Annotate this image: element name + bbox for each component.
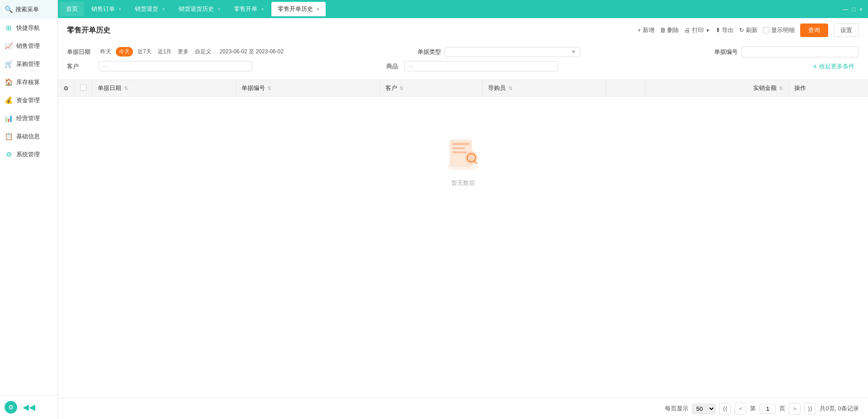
customer-select[interactable]: ··· xyxy=(99,61,252,71)
product-filter-label: 商品 xyxy=(386,62,404,71)
tab-retail-open[interactable]: 零售开单 × xyxy=(228,2,270,16)
add-button[interactable]: + 新增 xyxy=(637,26,654,34)
print-dropdown-icon[interactable]: ▼ xyxy=(706,28,710,33)
table-area: ⚙ 单据日期 ⇅ 单据编号 ⇅ 客户 ⇅ xyxy=(58,80,868,398)
date-opt-last-month[interactable]: 近1月 xyxy=(156,47,174,56)
date-opt-yesterday[interactable]: 昨天 xyxy=(99,47,113,56)
th-amount[interactable]: 实销金额 ⇅ xyxy=(645,80,789,97)
show-detail-checkbox[interactable] xyxy=(763,27,769,33)
tab-sales-return[interactable]: 销货退货 × xyxy=(128,2,171,16)
date-opt-last7[interactable]: 近7天 xyxy=(136,47,153,56)
tab-sales-return-history-close[interactable]: × xyxy=(218,6,220,12)
tab-sales-order-close[interactable]: × xyxy=(119,6,121,12)
prev-page-button[interactable]: ＜ xyxy=(735,403,746,414)
tab-close-window-button[interactable]: × xyxy=(859,6,863,13)
refresh-button[interactable]: ↻ 刷新 xyxy=(739,26,758,34)
sidebar-collapse-button[interactable]: ◀◀ xyxy=(23,402,35,412)
tab-sales-order[interactable]: 销售订单 × xyxy=(85,2,128,16)
th-checkbox[interactable] xyxy=(75,80,92,97)
tab-retail-open-close[interactable]: × xyxy=(261,6,264,12)
tab-maximize-button[interactable]: □ xyxy=(852,6,856,13)
tab-retail-open-history[interactable]: 零售开单历史 × xyxy=(271,2,326,16)
data-table: ⚙ 单据日期 ⇅ 单据编号 ⇅ 客户 ⇅ xyxy=(58,80,868,97)
page-unit-label: 第 xyxy=(750,405,756,413)
sidebar: 🔍 搜索采单 ⊞ 快捷导航 📈 销售管理 🛒 采购管理 🏠 库存核算 💰 资金管… xyxy=(0,0,58,419)
first-page-button[interactable]: ⟨⟨ xyxy=(719,403,731,414)
sidebar-item-sales-mgmt[interactable]: 📈 销售管理 xyxy=(0,37,57,55)
query-button[interactable]: 查询 xyxy=(800,24,828,37)
settings-gear-button[interactable]: ⚙ xyxy=(5,401,17,414)
customer-filter-label: 客户 xyxy=(67,62,99,71)
th-date[interactable]: 单据日期 ⇅ xyxy=(92,80,236,97)
sidebar-item-label: 系统管理 xyxy=(16,151,40,159)
tab-sales-order-label: 销售订单 xyxy=(91,5,115,13)
th-salesperson[interactable]: 导购员 ⇅ xyxy=(483,80,606,97)
empty-text: 暂无数据 xyxy=(451,179,475,187)
collapse-filter-button[interactable]: ∧ 收起更多条件 xyxy=(808,61,859,71)
doc-type-filter-label: 单据类型 xyxy=(417,48,445,56)
sidebar-item-system-mgmt[interactable]: ⚙ 系统管理 xyxy=(0,146,57,164)
customer-value: ··· xyxy=(103,63,248,70)
product-select[interactable]: ··· xyxy=(404,61,558,71)
empty-state: 暂无数据 xyxy=(58,97,868,223)
last-page-button[interactable]: ⟩⟩ xyxy=(804,403,816,414)
pagination: 每页显示 10 20 50 100 ⟨⟨ ＜ 第 页 ＞ ⟩⟩ 共0页, 0条记… xyxy=(58,398,868,419)
next-page-button[interactable]: ＞ xyxy=(789,403,801,414)
purchase-icon: 🛒 xyxy=(5,60,13,68)
table-settings-icon[interactable]: ⚙ xyxy=(63,85,69,92)
filter-area: 单据日期 昨天 今天 近7天 近1月 更多 自定义 2023-06-02 至 2… xyxy=(67,42,859,80)
show-detail-checkbox-wrap[interactable]: 显示明细 xyxy=(763,26,795,34)
collapse-arrow-icon: ∧ xyxy=(813,63,817,70)
date-opt-today[interactable]: 今天 xyxy=(116,47,133,56)
doc-no-input[interactable] xyxy=(741,46,859,57)
sidebar-search[interactable]: 🔍 搜索采单 xyxy=(0,0,57,19)
salesperson-sort-icon: ⇅ xyxy=(508,85,512,91)
date-range-display: 2023-06-02 至 2023-06-02 xyxy=(219,48,283,56)
ops-icon: 📊 xyxy=(5,114,13,122)
date-opt-more[interactable]: 更多 xyxy=(176,47,190,56)
sidebar-item-inventory-mgmt[interactable]: 🏠 库存核算 xyxy=(0,73,57,91)
per-page-select[interactable]: 10 20 50 100 xyxy=(692,404,716,414)
sidebar-item-label: 采购管理 xyxy=(16,60,40,68)
tab-home-label: 首页 xyxy=(66,5,78,13)
tab-retail-open-history-close[interactable]: × xyxy=(317,6,319,12)
search-icon: 🔍 xyxy=(5,5,13,14)
tab-sales-return-close[interactable]: × xyxy=(162,6,165,12)
sidebar-item-ops-mgmt[interactable]: 📊 经营管理 xyxy=(0,109,57,127)
page-number-input[interactable] xyxy=(759,404,776,414)
th-customer[interactable]: 客户 ⇅ xyxy=(379,80,483,97)
print-button[interactable]: 🖨 打印 ▼ xyxy=(684,26,710,34)
sidebar-item-quick-nav[interactable]: ⊞ 快捷导航 xyxy=(0,19,57,37)
date-opt-custom[interactable]: 自定义 xyxy=(193,47,213,56)
print-button-label: 🖨 打印 xyxy=(684,26,704,34)
select-all-checkbox[interactable] xyxy=(80,85,86,91)
tab-home[interactable]: 首页 xyxy=(60,2,84,16)
total-records-label: 共0页, 0条记录 xyxy=(820,405,859,413)
tab-sales-return-history-label: 销货退货历史 xyxy=(179,5,214,13)
date-filter-label: 单据日期 xyxy=(67,48,99,56)
filter-row-customer: 客户 ··· 商品 ··· ∧ 收起更多条件 xyxy=(67,61,859,71)
svg-rect-2 xyxy=(452,143,470,145)
sidebar-bottom: ⚙ ◀◀ xyxy=(0,395,57,419)
inventory-icon: 🏠 xyxy=(5,78,13,86)
tab-minimize-button[interactable]: — xyxy=(843,6,849,13)
sidebar-item-basic-info[interactable]: 📋 基础信息 xyxy=(0,127,57,146)
doc-type-select[interactable]: ▼ xyxy=(445,47,580,57)
tab-sales-return-history[interactable]: 销货退货历史 × xyxy=(172,2,227,16)
filter-row-date: 单据日期 昨天 今天 近7天 近1月 更多 自定义 2023-06-02 至 2… xyxy=(67,46,859,57)
delete-button[interactable]: 🗑 删除 xyxy=(660,26,679,34)
doc-type-dropdown-icon: ▼ xyxy=(571,49,576,55)
date-sort-icon: ⇅ xyxy=(124,85,128,91)
per-page-label: 每页显示 xyxy=(665,405,688,413)
export-button[interactable]: ⬆ 导出 xyxy=(716,26,734,34)
settings-button[interactable]: 设置 xyxy=(834,24,859,37)
th-settings[interactable]: ⚙ xyxy=(58,80,75,97)
empty-icon xyxy=(441,133,486,174)
tab-retail-open-label: 零售开单 xyxy=(234,5,257,13)
th-no[interactable]: 单据编号 ⇅ xyxy=(236,80,379,97)
export-button-label: ⬆ 导出 xyxy=(716,26,734,34)
sidebar-item-finance-mgmt[interactable]: 💰 资金管理 xyxy=(0,91,57,109)
sidebar-item-label: 库存核算 xyxy=(16,78,40,86)
sidebar-item-label: 快捷导航 xyxy=(16,24,40,32)
sidebar-item-purchase-mgmt[interactable]: 🛒 采购管理 xyxy=(0,55,57,73)
